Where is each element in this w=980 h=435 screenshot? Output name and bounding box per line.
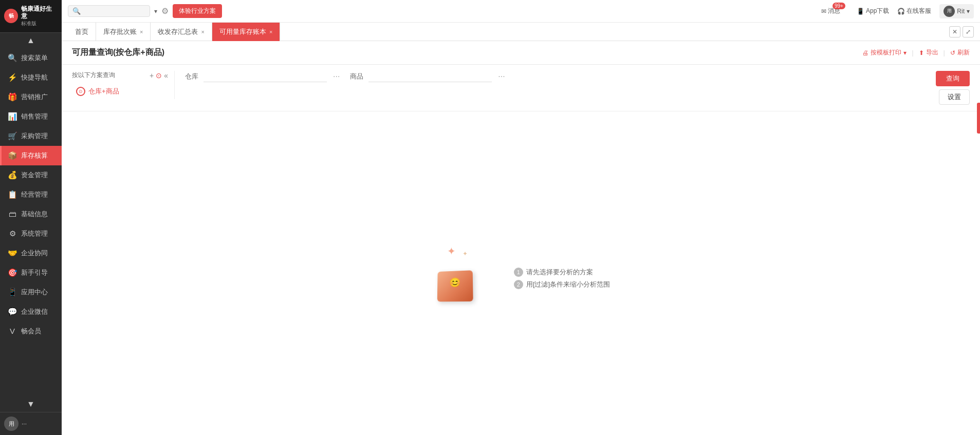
sidebar-icon-app-center: 📱 [8,288,17,297]
tab-receipt-summary[interactable]: 收发存汇总表 × [151,23,212,41]
sidebar-item-inventory[interactable]: 📦库存核算 [0,146,62,165]
product-filter-input[interactable] [368,71,492,82]
sidebar-item-sales[interactable]: 📊销售管理 [0,107,62,126]
box-body: 😊 [437,270,473,301]
empty-state: 😊 ✦ ✦ 1 请先选择要分析的方案 2 用[过滤]条件来缩小分析范围 [62,111,980,435]
hint-1-number: 1 [514,268,523,277]
print-label: 按模板打印 [871,48,901,57]
sidebar-brand-title: 畅康通好生意 [21,5,58,20]
app-download-button[interactable]: 📱 App下载 [857,7,889,15]
tab-home[interactable]: 首页 [68,23,96,41]
sidebar-item-app-center[interactable]: 📱应用中心 [0,282,62,302]
product-filter-label: 商品 [350,72,364,81]
hint-1-text: 请先选择要分析的方案 [526,268,593,277]
user-name: Rit [957,8,965,15]
sidebar-label-app-center: 应用中心 [21,288,48,297]
topbar-search-box[interactable]: 🔍 [68,5,150,17]
warehouse-filter-input[interactable] [204,71,327,82]
sidebar: 畅 畅康通好生意 标准版 ▲ 🔍搜索菜单⚡快捷导航🎁营销推广📊销售管理🛒采购管理… [0,0,62,435]
page-content: 可用量查询(按仓库+商品) 🖨 按模板打印 ▾ | ⬆ 导出 | ↺ 刷新 [62,41,980,435]
sidebar-item-enterprise-collab[interactable]: 🤝企业协同 [0,243,62,263]
sidebar-logo: 畅 [4,9,18,23]
tabs-close-all-button[interactable]: ✕ [949,26,960,37]
sidebar-item-operations[interactable]: 📋经营管理 [0,185,62,204]
user-profile-button[interactable]: 用 Rit ▾ [939,4,974,18]
sidebar-icon-finance: 💰 [8,171,17,180]
filter-area: 仓库 ··· 商品 ··· [175,71,930,82]
sidebar-label-operations: 经营管理 [21,190,48,199]
print-icon: 🖨 [862,49,868,56]
sidebar-label-sales: 销售管理 [21,112,48,121]
sidebar-label-enterprise-collab: 企业协同 [21,249,48,258]
sidebar-item-basic-info[interactable]: 🗃基础信息 [0,204,62,224]
export-button[interactable]: ⬆ 导出 [919,48,938,57]
sidebar-label-new-guide: 新手引导 [21,268,48,277]
hint-2-number: 2 [514,280,523,289]
sidebar-item-new-guide[interactable]: 🎯新手引导 [0,263,62,282]
message-button[interactable]: ✉ 消息 99+ [821,7,840,15]
export-icon: ⬆ [919,49,924,56]
tab-receipt-summary-label: 收发存汇总表 [158,27,198,36]
tab-receipt-summary-close[interactable]: × [201,29,204,35]
sidebar-header: 畅 畅康通好生意 标准版 [0,0,62,33]
product-more-icon[interactable]: ··· [496,72,507,81]
tab-available-stock-ledger-close[interactable]: × [269,29,272,35]
sidebar-item-system[interactable]: ⚙系统管理 [0,224,62,243]
sidebar-icon-operations: 📋 [8,190,17,199]
sidebar-item-purchase[interactable]: 🛒采购管理 [0,126,62,146]
scheme-item-warehouse-product[interactable]: ⊙ 仓库+商品 [72,84,168,99]
sidebar-item-enterprise-wechat[interactable]: 💬企业微信 [0,302,62,321]
sidebar-item-shortcut[interactable]: ⚡快捷导航 [0,68,62,87]
sidebar-label-basic-info: 基础信息 [21,210,48,219]
query-button[interactable]: 查询 [936,71,970,86]
tab-batch-account[interactable]: 库存批次账 × [96,23,151,41]
tab-available-stock-ledger[interactable]: 可用量库存账本 × [212,23,280,41]
page-header: 可用量查询(按仓库+商品) 🖨 按模板打印 ▾ | ⬆ 导出 | ↺ 刷新 [62,41,980,65]
settings-button[interactable]: 设置 [939,89,970,105]
sidebar-icon-search: 🔍 [8,53,17,63]
online-service-button[interactable]: 🎧 在线客服 [897,7,931,15]
refresh-button[interactable]: ↺ 刷新 [950,48,970,57]
refresh-icon: ↺ [950,49,955,56]
sidebar-icon-enterprise-collab: 🤝 [8,249,17,258]
sidebar-item-marketing-promo[interactable]: 🎁营销推广 [0,87,62,107]
sidebar-icon-new-guide: 🎯 [8,268,17,277]
scheme-item-label: 仓库+商品 [88,87,119,96]
chevron-down-icon: ▾ [154,8,157,15]
tab-available-stock-ledger-label: 可用量库存账本 [219,27,266,36]
topbar-dropdown[interactable]: ▾ [154,8,157,15]
warehouse-filter-label: 仓库 [185,72,199,81]
tab-batch-account-close[interactable]: × [140,29,143,35]
sidebar-title-area: 畅康通好生意 标准版 [21,5,58,27]
tab-batch-account-label: 库存批次账 [103,27,137,36]
sidebar-label-finance: 资金管理 [21,171,48,180]
tabs-bar: 首页 库存批次账 × 收发存汇总表 × 可用量库存账本 × ✕ ⤢ [62,23,980,41]
tabs-expand-button[interactable]: ⤢ [963,26,974,37]
query-panel: 按以下方案查询 + ⊙ « ⊙ 仓库+商品 仓库 [62,65,980,111]
filter-group-product: 商品 ··· [350,71,507,82]
print-button[interactable]: 🖨 按模板打印 ▾ [862,48,907,57]
scheme-collapse-button[interactable]: « [164,71,168,80]
sidebar-scroll-down-button[interactable]: ▼ [0,396,62,412]
empty-content: 😊 ✦ ✦ 1 请先选择要分析的方案 2 用[过滤]条件来缩小分析范围 [432,245,610,301]
sidebar-item-finance[interactable]: 💰资金管理 [0,165,62,185]
search-input[interactable] [83,8,139,15]
box-face: 😊 [449,277,460,288]
main-content: 🔍 ▾ ⚙ 体验行业方案 ✉ 消息 99+ 📱 App下载 🎧 在线客服 用 [62,0,980,435]
online-service-label: 在线客服 [907,7,931,15]
sidebar-item-search[interactable]: 🔍搜索菜单 [0,48,62,68]
warehouse-more-icon[interactable]: ··· [331,72,342,81]
sidebar-nav: 🔍搜索菜单⚡快捷导航🎁营销推广📊销售管理🛒采购管理📦库存核算💰资金管理📋经营管理… [0,48,62,396]
scheme-add-button[interactable]: + [150,71,154,80]
scheme-settings-button[interactable]: ⊙ [156,71,162,80]
sidebar-scroll-up-button[interactable]: ▲ [0,33,62,48]
gear-icon[interactable]: ⚙ [161,6,169,16]
sidebar-label-purchase: 采购管理 [21,131,48,141]
filter-row-1: 仓库 ··· 商品 ··· [185,71,930,82]
sidebar-label-search: 搜索菜单 [21,53,48,63]
sidebar-item-vip-member[interactable]: V畅会员 [0,321,62,341]
message-icon: ✉ [821,8,826,15]
sidebar-label-enterprise-wechat: 企业微信 [21,307,48,316]
industry-solution-button[interactable]: 体验行业方案 [173,4,222,18]
sidebar-user-area[interactable]: 用 ··· [0,412,62,435]
